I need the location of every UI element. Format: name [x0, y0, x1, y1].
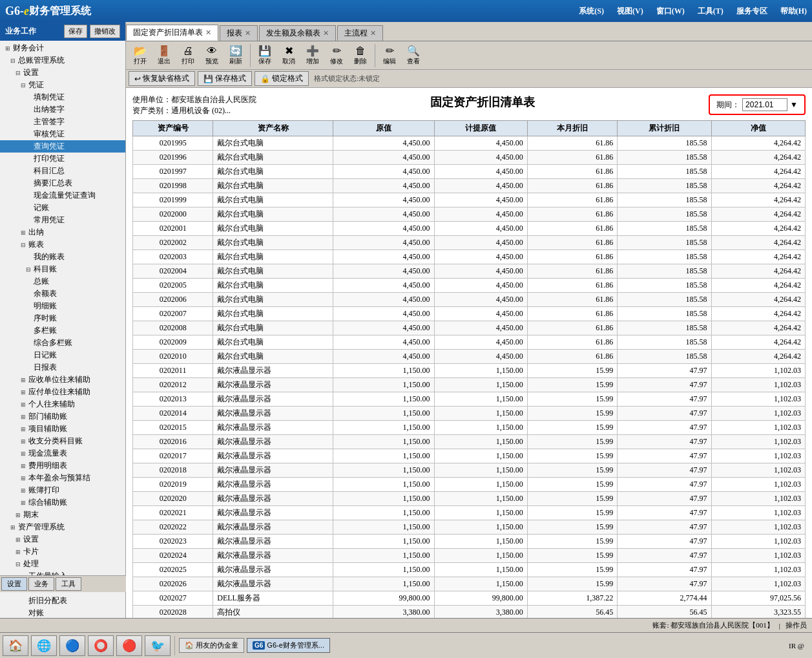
sidebar-item-14[interactable]: 常用凭证: [0, 214, 125, 226]
sidebar-item-0[interactable]: ⊞财务会计: [0, 42, 125, 54]
hide-sidebar-btn[interactable]: 撤销改: [90, 25, 120, 38]
expand-icon-32: ⊞: [21, 438, 27, 445]
sidebar-item-13[interactable]: 记账: [0, 202, 125, 214]
tab-report[interactable]: 报表 ✕: [220, 25, 258, 41]
taskbar-chrome-btn[interactable]: 🔵: [59, 635, 85, 656]
sidebar-item-3[interactable]: ⊟凭证: [0, 79, 125, 91]
tab-report-close[interactable]: ✕: [245, 29, 251, 37]
btn-open[interactable]: 📂 打开: [129, 43, 152, 68]
sidebar-item-18[interactable]: ⊟科目账: [0, 263, 125, 275]
sidebar-item-20[interactable]: 余额表: [0, 288, 125, 300]
menu-help[interactable]: 帮助(H): [780, 6, 807, 17]
sidebar-item-40[interactable]: ⊞设置: [0, 533, 125, 546]
sidebar-item-17[interactable]: 我的账表: [0, 251, 125, 263]
cell-accumulated: 47.97: [618, 463, 711, 478]
sidebar-item-1[interactable]: ⊟总账管理系统: [0, 54, 125, 67]
menu-system[interactable]: 系统(S): [579, 6, 604, 17]
taskbar-btn5[interactable]: 🐦: [145, 635, 171, 656]
btn-view[interactable]: 🔍 查看: [402, 43, 425, 68]
sidebar-item-38[interactable]: ⊞期末: [0, 509, 125, 521]
sidebar-item-26[interactable]: 日报表: [0, 361, 125, 374]
sidebar-item-28[interactable]: ⊞应付单位往来辅助: [0, 386, 125, 398]
sidebar-item-10[interactable]: 科目汇总: [0, 165, 125, 177]
btn-cancel[interactable]: ✖ 取消: [277, 43, 300, 68]
taskbar-item-yonyou[interactable]: 🏠 用友的伪金童: [179, 638, 244, 653]
sidebar-item-25[interactable]: 日记账: [0, 349, 125, 361]
sidebar-tab-tools[interactable]: 工具: [56, 577, 81, 591]
sidebar-item-30[interactable]: ⊞部门辅助账: [0, 410, 125, 423]
sidebar-item-2[interactable]: ⊟设置: [0, 67, 125, 79]
table-row: 0202021 戴尔液晶显示器 1,150.00 1,150.00 15.99 …: [133, 506, 806, 520]
cell-original: 1,150.00: [333, 435, 434, 449]
sidebar-tab-settings[interactable]: 设置: [1, 577, 27, 591]
period-dropdown-icon[interactable]: ▼: [790, 100, 798, 110]
sidebar-item-39[interactable]: ⊞资产管理系统: [0, 521, 125, 533]
btn-modify[interactable]: ✏ 修改: [325, 43, 348, 68]
sidebar-item-12[interactable]: 现金流量凭证查询: [0, 189, 125, 202]
btn-print[interactable]: 🖨 打印: [176, 43, 200, 68]
menu-service[interactable]: 服务专区: [736, 6, 767, 17]
sidebar-item-19[interactable]: 总账: [0, 275, 125, 288]
cell-net: 4,264.42: [711, 136, 805, 151]
sidebar-item-7[interactable]: 审核凭证: [0, 128, 125, 140]
sidebar-item-22[interactable]: 序时账: [0, 312, 125, 324]
sidebar-item-42[interactable]: ⊟处理: [0, 558, 125, 570]
tab-workflow[interactable]: 主流程 ✕: [337, 25, 383, 41]
sidebar-item-15[interactable]: ⊞出纳: [0, 226, 125, 239]
menu-tools[interactable]: 工具(T): [698, 6, 724, 17]
sidebar-item-11[interactable]: 摘要汇总表: [0, 177, 125, 189]
sidebar-item-24[interactable]: 综合多栏账: [0, 337, 125, 349]
taskbar-item-g6[interactable]: G6 G6-e财务管理系...: [247, 638, 330, 653]
menu-window[interactable]: 窗口(W): [656, 6, 685, 17]
btn-open-label: 打开: [134, 57, 147, 66]
btn-save[interactable]: 💾 保存: [253, 43, 276, 68]
sidebar-item-21[interactable]: 明细账: [0, 300, 125, 312]
sidebar-item-27[interactable]: ⊞应收单位往来辅助: [0, 374, 125, 386]
tab-workflow-close[interactable]: ✕: [370, 29, 376, 37]
sidebar-item-37[interactable]: ⊞综合辅助账: [0, 496, 125, 509]
btn-add[interactable]: ➕ 增加: [301, 43, 324, 68]
sidebar-item-34[interactable]: ⊞费用明细表: [0, 460, 125, 472]
menu-view[interactable]: 视图(V): [617, 6, 643, 17]
btn-edit[interactable]: ✏ 编辑: [378, 43, 401, 68]
btn-delete[interactable]: 🗑 删除: [349, 43, 372, 68]
btn-restore-format[interactable]: ↩ 恢复缺省格式: [129, 71, 195, 86]
tab-transactions[interactable]: 发生额及余额表 ✕: [259, 25, 336, 41]
sidebar-item-23[interactable]: 多栏账: [0, 324, 125, 337]
cell-accumulated: 56.45: [618, 606, 711, 619]
tab-depreciation[interactable]: 固定资产折旧清单表 ✕: [126, 25, 218, 41]
sidebar-item-33[interactable]: ⊞现金流量表: [0, 447, 125, 460]
sidebar-item-16[interactable]: ⊟账表: [0, 239, 125, 251]
tab-depreciation-close[interactable]: ✕: [205, 28, 211, 37]
cell-calculated: 4,450.00: [434, 264, 527, 279]
sidebar-item-46[interactable]: 对账: [0, 607, 125, 618]
sidebar-item-45[interactable]: 折旧分配表: [0, 595, 125, 607]
btn-exit[interactable]: 🚪 退出: [152, 43, 176, 68]
sidebar-item-8[interactable]: 查询凭证: [0, 140, 125, 153]
report-area[interactable]: 使用单位：都安瑶族自治县人民医院 资产类别：通用机设备 (02)... 固定资产…: [126, 88, 812, 618]
sidebar-item-29[interactable]: ⊞个人往来辅助: [0, 398, 125, 410]
taskbar-btn3[interactable]: ⭕: [88, 635, 114, 656]
period-input[interactable]: [742, 98, 787, 111]
cell-id: 0202025: [133, 563, 213, 577]
sidebar-item-41[interactable]: ⊞卡片: [0, 546, 125, 558]
btn-preview[interactable]: 👁 预览: [200, 43, 224, 68]
sidebar-item-36[interactable]: ⊞账簿打印: [0, 484, 125, 496]
taskbar-ie-btn[interactable]: 🌐: [31, 635, 57, 656]
tree-label-37: 综合辅助账: [28, 497, 67, 508]
sidebar-item-32[interactable]: ⊞收支分类科目账: [0, 435, 125, 447]
sidebar-item-31[interactable]: ⊞项目辅助账: [0, 423, 125, 435]
taskbar-btn4[interactable]: 🔴: [116, 635, 142, 656]
sidebar-item-35[interactable]: ⊞本年盈余与预算结: [0, 472, 125, 484]
btn-save-format[interactable]: 💾 保存格式: [198, 71, 252, 86]
btn-lock-format[interactable]: 🔒 锁定格式: [255, 71, 309, 86]
sidebar-item-9[interactable]: 打印凭证: [0, 153, 125, 165]
tab-transactions-close[interactable]: ✕: [323, 29, 329, 37]
sidebar-item-4[interactable]: 填制凭证: [0, 91, 125, 103]
sidebar-item-6[interactable]: 主管签字: [0, 116, 125, 128]
sidebar-item-5[interactable]: 出纳签字: [0, 103, 125, 116]
sidebar-tab-business[interactable]: 业务: [28, 577, 54, 591]
taskbar-start-btn[interactable]: 🏠: [3, 635, 28, 656]
btn-refresh[interactable]: 🔄 刷新: [224, 43, 247, 68]
save-sidebar-btn[interactable]: 保存: [64, 25, 87, 38]
